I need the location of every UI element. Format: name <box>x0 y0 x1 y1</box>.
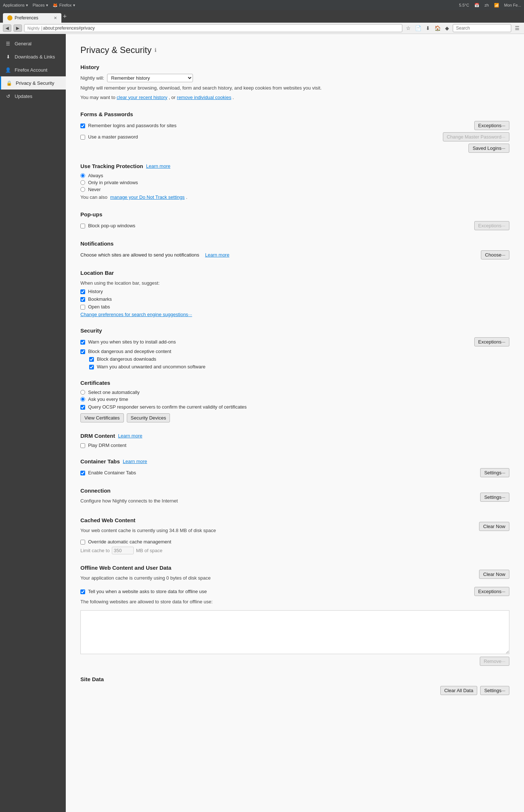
offline-web-header-row: Offline Web Content and User Data Your a… <box>80 565 509 584</box>
home-icon[interactable]: 🏠 <box>433 24 442 32</box>
tracking-learn-more[interactable]: Learn more <box>146 163 170 169</box>
location-history-checkbox[interactable] <box>80 289 85 294</box>
clear-recent-link[interactable]: clear your recent history <box>117 95 167 100</box>
os-firefox[interactable]: 🦊 Firefox ▾ <box>53 3 75 8</box>
offline-clear-now-button[interactable]: Clear Now <box>479 570 509 579</box>
warn-install-checkbox[interactable] <box>80 340 85 345</box>
cached-clear-now-button[interactable]: Clear Now <box>479 522 509 531</box>
tab-favicon <box>7 15 12 20</box>
connection-description: Configure how Nightly connects to the In… <box>80 497 178 505</box>
cache-limit-row: Limit cache to MB of space <box>80 547 509 554</box>
tracking-never-radio[interactable] <box>80 187 85 192</box>
search-pref-link[interactable]: Change preferences for search engine sug… <box>80 312 192 317</box>
play-drm-label: Play DRM content <box>88 443 126 448</box>
container-tabs-learn-more[interactable]: Learn more <box>123 459 147 464</box>
container-settings-button[interactable]: Settings··· <box>480 468 509 477</box>
sidebar-item-firefox-account[interactable]: 👤 Firefox Account <box>0 63 66 76</box>
offline-remove-button[interactable]: Remove··· <box>480 657 509 666</box>
sidebar-item-downloads[interactable]: ⬇ Downloads & Links <box>0 50 66 63</box>
location-tabs-checkbox[interactable] <box>80 305 85 310</box>
url-bar[interactable]: Nightly | about:preferences#privacy <box>24 24 402 32</box>
popups-section: Pop-ups Block pop-up windows Exceptions·… <box>80 211 509 230</box>
os-apps[interactable]: Applications ▾ <box>3 3 28 8</box>
general-icon: ☰ <box>5 41 11 46</box>
forward-button[interactable]: ▶ <box>14 24 22 32</box>
tracking-private-radio[interactable] <box>80 180 85 185</box>
site-data-section: Site Data Clear All Data Settings··· <box>80 676 509 695</box>
notifications-choose-button[interactable]: Choose··· <box>481 250 509 259</box>
use-master-checkbox[interactable] <box>80 135 85 140</box>
block-deceptive-checkbox[interactable] <box>80 349 85 354</box>
remember-logins-checkbox[interactable] <box>80 124 85 128</box>
sidebar-label-account: Firefox Account <box>15 67 48 73</box>
ocsp-label: Query OCSP responder servers to confirm … <box>88 404 247 410</box>
clear-all-data-button[interactable]: Clear All Data <box>440 686 477 695</box>
history-section: History Nightly will: Remember history N… <box>80 64 509 101</box>
security-sub-items: Block dangerous downloads Warn you about… <box>89 356 509 369</box>
pocket-icon[interactable]: ◆ <box>444 24 451 32</box>
tracking-dnt-row: You can also manage your Do Not Track se… <box>80 194 509 201</box>
tab-close-btn[interactable]: ✕ <box>54 16 57 20</box>
sidebar-item-updates[interactable]: ↺ Updates <box>0 90 66 103</box>
view-certificates-button[interactable]: View Certificates <box>80 413 124 422</box>
unwanted-software-label: Warn you about unwanted and uncommon sof… <box>97 364 205 369</box>
play-drm-checkbox[interactable] <box>80 443 85 448</box>
tell-offline-checkbox[interactable] <box>80 589 85 594</box>
unwanted-software-checkbox[interactable] <box>89 365 94 369</box>
dnt-link[interactable]: manage your Do Not Track settings <box>110 194 185 200</box>
browser-chrome: Preferences ✕ + ◀ ▶ Nightly | about:pref… <box>0 10 524 34</box>
remove-cookies-link[interactable]: remove individual cookies <box>177 95 231 100</box>
site-data-settings-button[interactable]: Settings··· <box>480 686 509 695</box>
enable-container-checkbox[interactable] <box>80 471 85 475</box>
menu-icon[interactable]: ☰ <box>513 24 521 32</box>
block-popups-checkbox[interactable] <box>80 224 85 228</box>
connection-settings-button[interactable]: Settings··· <box>480 493 509 502</box>
page-help-icon[interactable]: ℹ <box>155 47 156 53</box>
tracking-always-radio[interactable] <box>80 173 85 178</box>
dangerous-downloads-checkbox[interactable] <box>89 357 94 362</box>
security-devices-button[interactable]: Security Devices <box>127 413 170 422</box>
sidebar: ☰ General ⬇ Downloads & Links 👤 Firefox … <box>0 34 66 812</box>
back-button[interactable]: ◀ <box>3 24 11 32</box>
cert-auto-radio[interactable] <box>80 390 85 395</box>
new-tab-button[interactable]: + <box>63 13 67 20</box>
offline-sites-list[interactable] <box>80 610 509 654</box>
bookmark-icon[interactable]: ☆ <box>405 24 412 32</box>
page-title: Privacy & Security ℹ <box>80 45 509 55</box>
cert-ask-radio[interactable] <box>80 397 85 402</box>
cache-limit-input[interactable] <box>112 547 134 554</box>
os-topbar: Applications ▾ Places ▾ 🦊 Firefox ▾ 5.5°… <box>0 0 524 10</box>
security-title: Security <box>80 327 509 334</box>
nav-bar: ◀ ▶ Nightly | about:preferences#privacy … <box>0 23 524 34</box>
security-exceptions-button[interactable]: Exceptions··· <box>474 337 509 346</box>
history-select[interactable]: Remember history Never remember history … <box>107 74 193 82</box>
active-tab[interactable]: Preferences ✕ <box>3 13 61 23</box>
offline-exceptions-button[interactable]: Exceptions··· <box>474 587 509 596</box>
download-icon[interactable]: ⬇ <box>424 24 432 32</box>
popups-exceptions-button[interactable]: Exceptions··· <box>474 221 509 230</box>
override-cache-row: Override automatic cache management <box>80 539 509 545</box>
tracking-never-label: Never <box>88 187 101 192</box>
site-data-buttons: Clear All Data Settings··· <box>80 686 509 695</box>
logins-exceptions-button[interactable]: Exceptions··· <box>474 121 509 130</box>
saved-logins-button[interactable]: Saved Logins··· <box>468 144 509 153</box>
search-input[interactable] <box>453 24 511 32</box>
history-title: History <box>80 64 509 70</box>
change-master-button[interactable]: Change Master Password··· <box>443 132 509 141</box>
cert-ask-row: Ask you every time <box>80 396 509 402</box>
os-lang: zh <box>485 3 489 7</box>
notifications-learn-more[interactable]: Learn more <box>205 252 229 258</box>
sidebar-item-privacy[interactable]: 🔒 Privacy & Security <box>0 76 66 90</box>
os-places[interactable]: Places ▾ <box>33 3 48 8</box>
certificates-section: Certificates Select one automatically As… <box>80 380 509 422</box>
ocsp-row: Query OCSP responder servers to confirm … <box>80 404 509 410</box>
cached-web-description: Your web content cache is currently usin… <box>80 527 216 534</box>
drm-learn-more[interactable]: Learn more <box>118 433 142 439</box>
history-period: . <box>233 95 234 100</box>
reader-icon[interactable]: 📄 <box>414 24 423 32</box>
ocsp-checkbox[interactable] <box>80 405 85 410</box>
location-bookmarks-checkbox[interactable] <box>80 297 85 302</box>
dangerous-downloads-row: Block dangerous downloads <box>89 356 509 362</box>
override-cache-checkbox[interactable] <box>80 540 85 545</box>
sidebar-item-general[interactable]: ☰ General <box>0 37 66 50</box>
